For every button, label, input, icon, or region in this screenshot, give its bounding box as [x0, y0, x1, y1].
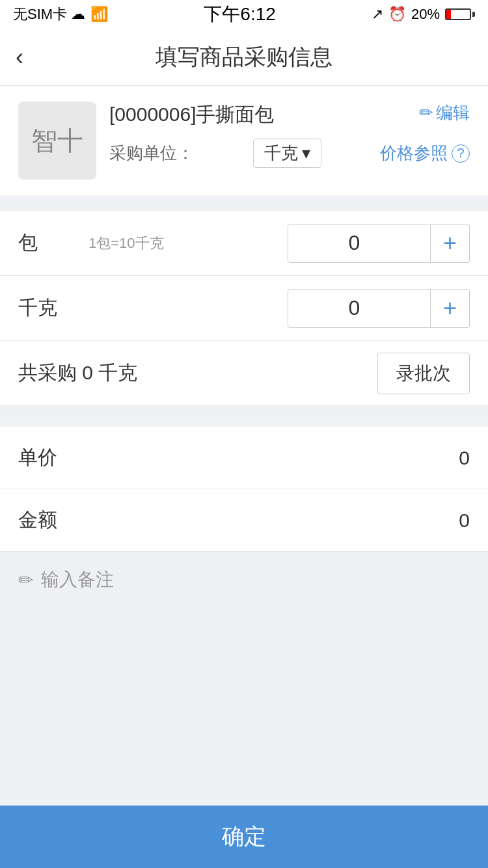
content-blank [0, 608, 488, 803]
status-bar: 无SIM卡 ☁ 📶 下午6:12 ↗ ⏰ 20% [0, 0, 488, 29]
divider-2 [0, 406, 488, 416]
bag-input-right: + [288, 224, 470, 263]
edit-icon: ✏ [419, 103, 433, 123]
price-ref-icon: ? [452, 144, 470, 163]
product-unit-row: 采购单位： 千克 ▾ 价格参照 ? [109, 139, 470, 168]
unit-dropdown-icon: ▾ [302, 143, 310, 163]
product-logo: 智十 [31, 123, 83, 159]
kg-row: 千克 + [0, 276, 488, 341]
location-icon: ↗ [372, 6, 383, 23]
status-left: 无SIM卡 ☁ 📶 [13, 5, 108, 24]
status-right: ↗ ⏰ 20% [372, 6, 475, 23]
batch-button[interactable]: 录批次 [377, 353, 470, 394]
kg-label: 千克 [18, 295, 83, 321]
kg-input-right: + [288, 289, 470, 328]
amount-label: 金额 [18, 507, 57, 534]
input-section: 包 1包=10千克 + 千克 + 共采购 0 千克 录批次 [0, 211, 488, 406]
unit-label: 采购单位： [109, 142, 194, 165]
unit-select[interactable]: 千克 ▾ [253, 139, 321, 168]
battery-icon [445, 8, 475, 20]
kg-plus-button[interactable]: + [431, 289, 470, 328]
amount-row: 金额 0 [0, 489, 488, 552]
bag-plus-button[interactable]: + [431, 224, 470, 263]
detail-section: 单价 0 金额 0 [0, 427, 488, 552]
nav-bar: ‹ 填写商品采购信息 [0, 29, 488, 86]
product-card: 智十 [0000006]手撕面包 ✏ 编辑 采购单位： 千克 ▾ 价格参照 ? [0, 86, 488, 195]
bag-sublabel: 1包=10千克 [88, 234, 164, 253]
battery-percent: 20% [411, 6, 440, 23]
pencil-icon: ✏ [18, 569, 33, 591]
price-ref-button[interactable]: 价格参照 ? [380, 142, 470, 165]
unit-price-label: 单价 [18, 444, 57, 471]
product-info: [0000006]手撕面包 ✏ 编辑 采购单位： 千克 ▾ 价格参照 ? [109, 102, 470, 168]
alarm-icon: ⏰ [388, 6, 406, 23]
wifi-icon: 📶 [90, 6, 108, 23]
summary-row: 共采购 0 千克 录批次 [0, 341, 488, 406]
sim-label: 无SIM卡 ☁ [13, 5, 85, 24]
confirm-label: 确定 [222, 822, 266, 852]
remark-section[interactable]: ✏ 输入备注 [0, 552, 488, 608]
bag-row: 包 1包=10千克 + [0, 211, 488, 276]
bag-input[interactable] [288, 224, 431, 263]
page-title: 填写商品采购信息 [156, 42, 332, 72]
unit-price-value: 0 [459, 447, 470, 469]
kg-input[interactable] [288, 289, 431, 328]
product-name: [0000006]手撕面包 [109, 102, 274, 128]
unit-price-row: 单价 0 [0, 427, 488, 489]
remark-placeholder: 输入备注 [41, 567, 114, 592]
bag-label: 包 [18, 230, 83, 256]
edit-button[interactable]: ✏ 编辑 [419, 102, 470, 124]
unit-value: 千克 [264, 142, 298, 165]
divider-1 [0, 200, 488, 211]
confirm-bar[interactable]: 确定 [0, 806, 488, 868]
summary-text: 共采购 0 千克 [18, 360, 137, 387]
amount-value: 0 [459, 509, 470, 532]
edit-label: 编辑 [436, 102, 470, 124]
product-image: 智十 [18, 102, 96, 180]
back-button[interactable]: ‹ [16, 44, 23, 71]
price-ref-label: 价格参照 [380, 142, 448, 165]
status-time: 下午6:12 [204, 2, 276, 27]
product-header: [0000006]手撕面包 ✏ 编辑 [109, 102, 470, 128]
